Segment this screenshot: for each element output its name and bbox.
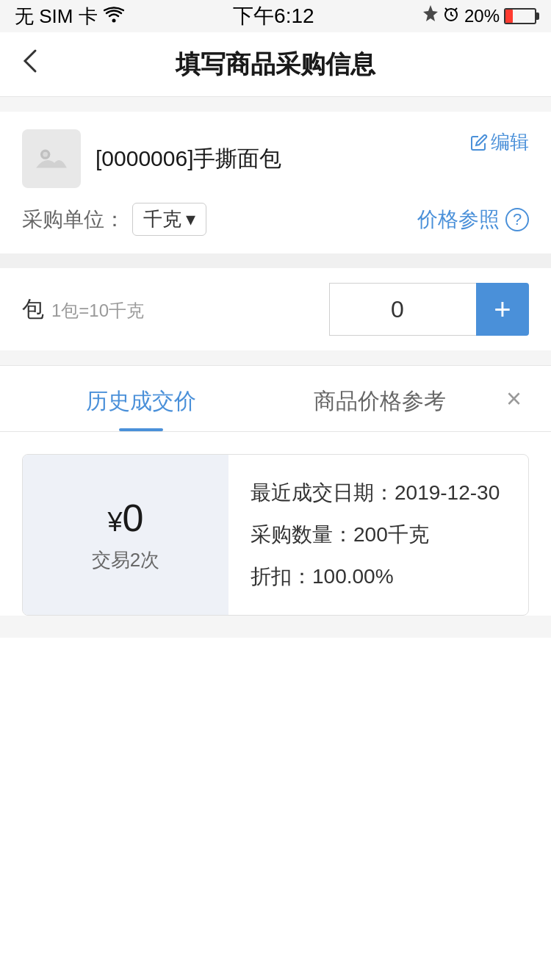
price-card: ¥0 交易2次 最近成交日期：2019-12-30 采购数量：200千克 折扣：… <box>22 454 529 616</box>
svg-point-0 <box>112 18 115 22</box>
quantity-label: 包 1包=10千克 <box>22 295 144 325</box>
quantity-row: 包 1包=10千克 + <box>0 268 551 350</box>
battery-percent: 20% <box>464 6 500 26</box>
unit-select[interactable]: 千克 ▾ <box>132 203 206 236</box>
price-reference-button[interactable]: 价格参照 ? <box>417 206 529 234</box>
tab-price-reference[interactable]: 商品价格参考 <box>260 366 498 431</box>
unit-row: 采购单位： 千克 ▾ 价格参照 ? <box>22 203 529 236</box>
battery-icon <box>504 8 536 24</box>
product-header: [0000006]手撕面包 编辑 <box>22 129 529 188</box>
purchase-qty-row: 采购数量：200千克 <box>251 520 506 549</box>
close-tabs-button[interactable]: × <box>499 376 529 422</box>
product-name: [0000006]手撕面包 <box>96 146 281 170</box>
discount-row: 折扣：100.00% <box>251 562 506 591</box>
status-time: 下午6:12 <box>233 2 314 30</box>
product-thumbnail <box>22 129 81 188</box>
status-bar: 无 SIM 卡 下午6:12 20% <box>0 0 551 32</box>
edit-button[interactable]: 编辑 <box>470 129 529 155</box>
quantity-input-wrap: + <box>329 283 529 336</box>
price-trades: 交易2次 <box>92 547 159 573</box>
status-right: 20% <box>423 5 536 27</box>
wifi-icon <box>104 5 124 28</box>
page-rest <box>0 638 551 980</box>
product-name-wrap: [0000006]手撕面包 <box>96 144 281 174</box>
tabs-container: 历史成交价 商品价格参考 × ¥0 交易2次 最近成交日期：2019-12-30… <box>0 365 551 616</box>
gps-icon <box>423 5 438 27</box>
tabs-header: 历史成交价 商品价格参考 × <box>0 366 551 432</box>
status-left: 无 SIM 卡 <box>15 4 124 29</box>
section-divider <box>0 253 551 268</box>
product-info-row: [0000006]手撕面包 <box>22 129 281 188</box>
quantity-unit: 包 <box>22 295 44 325</box>
recent-date-row: 最近成交日期：2019-12-30 <box>251 478 506 507</box>
price-amount: ¥0 <box>108 496 144 540</box>
page-title: 填写商品采购信息 <box>176 48 375 82</box>
chevron-down-icon: ▾ <box>186 208 195 231</box>
svg-point-3 <box>43 152 48 157</box>
nav-bar: 填写商品采购信息 <box>0 32 551 97</box>
product-card: [0000006]手撕面包 编辑 采购单位： 千克 ▾ 价格参照 ? <box>0 112 551 253</box>
alarm-icon <box>442 5 460 27</box>
quantity-conversion: 1包=10千克 <box>51 299 144 323</box>
quantity-plus-button[interactable]: + <box>476 283 529 336</box>
unit-label: 采购单位： <box>22 206 125 234</box>
tab-history-price[interactable]: 历史成交价 <box>22 366 260 431</box>
price-left-panel: ¥0 交易2次 <box>23 455 228 615</box>
help-icon: ? <box>505 208 529 231</box>
carrier-text: 无 SIM 卡 <box>15 4 98 29</box>
price-right-panel: 最近成交日期：2019-12-30 采购数量：200千克 折扣：100.00% <box>228 455 528 615</box>
quantity-input[interactable] <box>329 283 476 336</box>
back-button[interactable] <box>22 40 46 88</box>
